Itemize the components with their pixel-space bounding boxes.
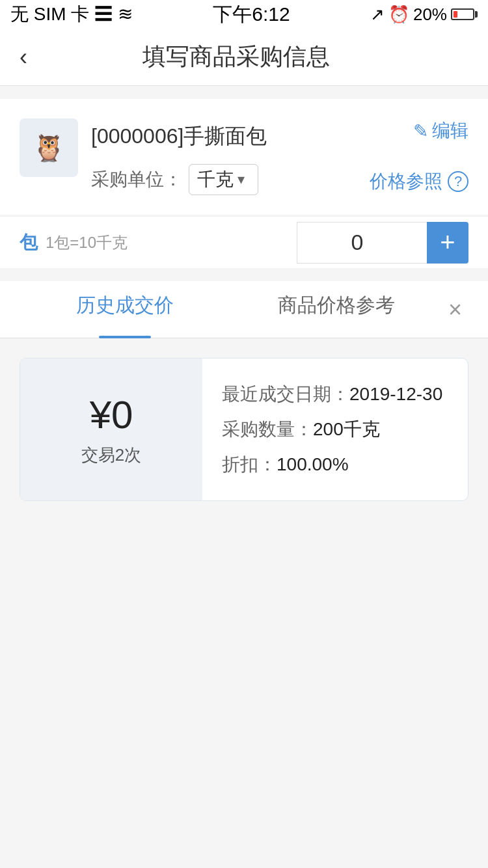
edit-button[interactable]: ✎ 编辑 <box>413 118 468 143</box>
qty-convert-label: 1包=10千克 <box>46 232 128 253</box>
tab-price-ref-label: 商品价格参考 <box>278 292 395 319</box>
history-discount-row: 折扣：100.00% <box>222 452 448 477</box>
chevron-down-icon: ▾ <box>237 171 245 188</box>
status-bar: 无 SIM 卡 ☰ ≋ 下午6:12 ↗ ⏰ 20% <box>0 0 488 29</box>
tab-history-label: 历史成交价 <box>76 292 174 319</box>
history-price-value: ¥0 <box>90 392 133 437</box>
quantity-plus-button[interactable]: + <box>427 222 468 264</box>
product-top-row: 🦉 [0000006]手撕面包 采购单位： 千克 ▾ ✎ 编辑 <box>20 118 468 195</box>
history-qty-row: 采购数量：200千克 <box>222 417 448 442</box>
price-ref-label: 价格参照 <box>370 169 442 194</box>
history-details-area: 最近成交日期：2019-12-30 采购数量：200千克 折扣：100.00% <box>202 359 468 500</box>
status-left: 无 SIM 卡 ☰ ≋ <box>10 2 133 27</box>
header: ‹ 填写商品采购信息 <box>0 29 488 86</box>
product-title: 手撕面包 <box>183 124 267 148</box>
product-unit-row: 采购单位： 千克 ▾ <box>91 164 267 195</box>
history-card: ¥0 交易2次 最近成交日期：2019-12-30 采购数量：200千克 折扣：… <box>20 358 468 501</box>
date-value: 2019-12-30 <box>349 384 442 404</box>
unit-label: 采购单位： <box>91 167 182 192</box>
page-title: 填写商品采购信息 <box>40 41 432 73</box>
tab-history-price[interactable]: 历史成交价 <box>20 281 230 338</box>
product-card: 🦉 [0000006]手撕面包 采购单位： 千克 ▾ ✎ 编辑 <box>0 99 488 215</box>
alarm-icon: ⏰ <box>388 5 409 25</box>
battery-percent: 20% <box>413 5 447 25</box>
edit-label: 编辑 <box>432 118 468 143</box>
product-code: [0000006] <box>91 124 183 148</box>
product-thumbnail: 🦉 <box>20 118 78 177</box>
quantity-section: 包 1包=10千克 + <box>0 216 488 268</box>
history-trade-count: 交易2次 <box>81 444 141 467</box>
product-info-area: [0000006]手撕面包 采购单位： 千克 ▾ <box>91 118 267 195</box>
battery-icon <box>451 8 478 20</box>
status-right: ↗ ⏰ 20% <box>370 5 478 25</box>
qty-label: 采购数量： <box>222 419 313 439</box>
package-icon: 包 <box>20 230 38 255</box>
date-label: 最近成交日期： <box>222 384 349 404</box>
location-icon: ↗ <box>370 5 385 25</box>
discount-label: 折扣： <box>222 454 277 474</box>
status-time: 下午6:12 <box>213 1 290 28</box>
tabs-bar: 历史成交价 商品价格参考 × <box>0 281 488 338</box>
product-left-area: 🦉 [0000006]手撕面包 采购单位： 千克 ▾ <box>20 118 267 195</box>
product-right-area: ✎ 编辑 价格参照 ? <box>370 118 468 194</box>
price-ref-button[interactable]: 价格参照 ? <box>370 169 468 194</box>
help-icon: ? <box>448 171 468 192</box>
qty-value: 200千克 <box>313 419 380 439</box>
edit-icon: ✎ <box>413 120 428 142</box>
tabs-close-button[interactable]: × <box>442 296 468 323</box>
bottom-area <box>0 521 488 868</box>
history-section: ¥0 交易2次 最近成交日期：2019-12-30 采购数量：200千克 折扣：… <box>0 338 488 521</box>
history-date-row: 最近成交日期：2019-12-30 <box>222 382 448 407</box>
unit-select[interactable]: 千克 ▾ <box>189 164 258 195</box>
back-button[interactable]: ‹ <box>20 44 27 71</box>
qty-label-area: 包 1包=10千克 <box>20 230 297 255</box>
discount-value: 100.00% <box>277 454 349 474</box>
history-price-area: ¥0 交易2次 <box>20 359 202 500</box>
product-thumb-owl-icon: 🦉 <box>33 133 65 163</box>
product-name: [0000006]手撕面包 <box>91 122 267 151</box>
quantity-input[interactable] <box>297 222 427 264</box>
qty-input-area: + <box>297 222 468 264</box>
tab-product-price-ref[interactable]: 商品价格参考 <box>230 281 441 338</box>
unit-value: 千克 <box>197 167 234 192</box>
